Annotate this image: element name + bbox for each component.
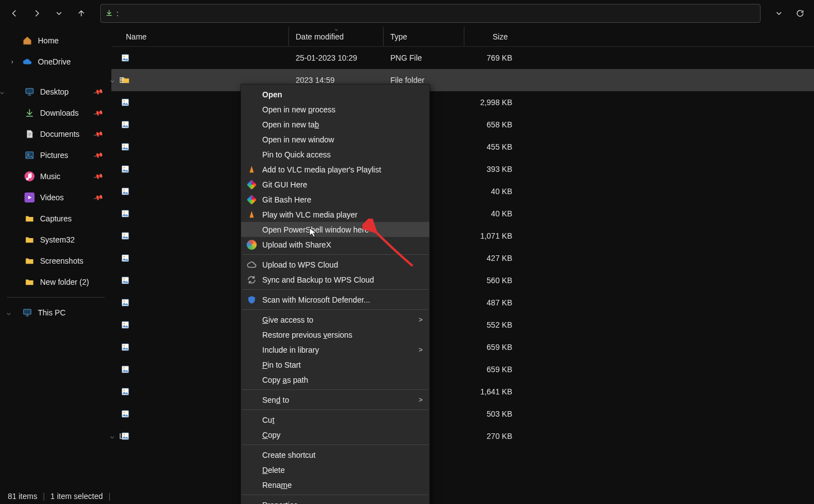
menu-item[interactable]: Give access to> <box>241 312 429 327</box>
svg-point-23 <box>124 278 125 280</box>
sidebar-thispc[interactable]: ⌵ This PC <box>0 302 111 323</box>
svg-point-15 <box>124 189 125 191</box>
image-icon <box>119 387 131 396</box>
menu-item[interactable]: Delete <box>241 462 429 477</box>
menu-item-label: Send to <box>262 396 289 404</box>
menu-item[interactable]: Create shortcut <box>241 447 429 462</box>
table-row[interactable]: ⌵2023 16:12PNG File270 KBL <box>111 425 814 447</box>
svg-point-35 <box>124 412 125 413</box>
vlc-icon <box>247 165 257 175</box>
svg-point-37 <box>124 434 125 436</box>
cell-type: PNG File <box>384 53 464 62</box>
table-row[interactable]: ⌵2023 14:59File folderE <box>111 69 814 91</box>
menu-separator <box>242 254 428 255</box>
sidebar-item[interactable]: Screenshots <box>0 250 111 271</box>
menu-item[interactable]: Restore previous versions <box>241 327 429 342</box>
cell-size: 658 KB <box>464 120 514 129</box>
group-chevron-icon[interactable]: ⌵ <box>110 432 114 440</box>
address-bar[interactable]: : <box>100 4 761 23</box>
image-icon <box>119 343 131 352</box>
table-row[interactable]: 2023 18:52JPG File2,998 KB <box>111 91 814 113</box>
column-size[interactable]: Size <box>464 27 514 46</box>
menu-item[interactable]: Cut <box>241 412 429 427</box>
sidebar-item-label: Videos <box>40 193 64 202</box>
downloads-icon <box>105 9 113 18</box>
table-row[interactable]: 2023 03:13PNG File427 KB <box>111 247 814 269</box>
table-row[interactable]: 2023 06:46PNG File455 KB <box>111 136 814 158</box>
svg-point-9 <box>124 122 125 124</box>
submenu-arrow-icon: > <box>419 346 423 354</box>
menu-item[interactable]: Copy <box>241 427 429 442</box>
table-row[interactable]: 2023 01:41PNG File1,641 KB <box>111 381 814 403</box>
sidebar-item[interactable]: ⌵Desktop📌 <box>0 81 111 102</box>
menu-item[interactable]: Rename <box>241 477 429 492</box>
menu-item[interactable]: Properties <box>241 497 429 504</box>
menu-item[interactable]: Pin to Start <box>241 357 429 372</box>
table-row[interactable]: 2023 07:07PNG File658 KB <box>111 113 814 136</box>
table-row[interactable]: 25-01-2023 10:29PNG File769 KB <box>111 47 814 69</box>
menu-item[interactable]: Upload with ShareX <box>241 237 429 252</box>
column-name[interactable]: Name <box>119 27 289 46</box>
menu-item[interactable]: Open PowerShell window here <box>241 222 429 237</box>
address-dropdown[interactable] <box>769 4 788 23</box>
menu-item[interactable]: Open in new window <box>241 132 429 147</box>
menu-item-label: Include in library <box>262 345 319 354</box>
sidebar-item[interactable]: Captures <box>0 208 111 229</box>
sync-icon <box>247 275 257 285</box>
menu-item-label: Restore previous versions <box>262 330 352 339</box>
menu-item[interactable]: Pin to Quick access <box>241 147 429 162</box>
sidebar-item-label: Pictures <box>40 151 68 160</box>
group-chevron-icon[interactable]: ⌵ <box>110 76 114 84</box>
sidebar-item[interactable]: Videos📌 <box>0 187 111 208</box>
image-icon <box>119 409 131 418</box>
menu-item-label: Rename <box>262 481 292 490</box>
table-row[interactable]: 2023 02:17PNG File487 KB <box>111 291 814 314</box>
column-date[interactable]: ⌵ Date modified <box>289 27 384 46</box>
menu-item[interactable]: Sync and Backup to WPS Cloud <box>241 272 429 287</box>
recent-dropdown[interactable] <box>49 3 69 23</box>
table-row[interactable]: 2023 02:01PNG File552 KB <box>111 314 814 336</box>
menu-item[interactable]: Git GUI Here <box>241 177 429 192</box>
sidebar-item[interactable]: Music📌 <box>0 166 111 187</box>
table-row[interactable]: 2023 06:26PNG File40 KB <box>111 180 814 202</box>
sidebar: Home › OneDrive ⌵Desktop📌Downloads📌Docum… <box>0 27 111 488</box>
image-icon <box>119 142 131 151</box>
image-icon <box>119 120 131 129</box>
menu-item[interactable]: Play with VLC media player <box>241 207 429 222</box>
menu-item[interactable]: Add to VLC media player's Playlist <box>241 162 429 177</box>
back-button[interactable] <box>4 3 24 23</box>
table-row[interactable]: 2023 03:40PNG File1,071 KB <box>111 225 814 247</box>
sidebar-item[interactable]: Pictures📌 <box>0 145 111 166</box>
column-type[interactable]: Type <box>384 27 464 46</box>
table-row[interactable]: 2023 01:42PNG File659 KB <box>111 358 814 381</box>
menu-item[interactable]: Include in library> <box>241 342 429 357</box>
menu-item[interactable]: Open in new tab <box>241 117 429 132</box>
table-row[interactable]: 2023 06:26PNG File40 KB <box>111 202 814 225</box>
table-row[interactable]: 2023 06:26PNG File393 KB <box>111 158 814 180</box>
sidebar-item-label: Screenshots <box>40 256 84 265</box>
sidebar-item[interactable]: Documents📌 <box>0 123 111 145</box>
menu-item[interactable]: Git Bash Here <box>241 192 429 207</box>
sidebar-home[interactable]: Home <box>0 30 111 51</box>
table-row[interactable]: 2023 02:47PNG File560 KB <box>111 269 814 291</box>
table-row[interactable]: 2023 01:22PNG File503 KB <box>111 403 814 425</box>
menu-item[interactable]: Copy as path <box>241 372 429 387</box>
cell-date: 25-01-2023 10:29 <box>289 53 384 62</box>
refresh-button[interactable] <box>791 4 810 23</box>
sidebar-item[interactable]: Downloads📌 <box>0 102 111 123</box>
chevron-down-icon: ⌵ <box>0 88 4 96</box>
sidebar-onedrive[interactable]: › OneDrive <box>0 51 111 72</box>
menu-item[interactable]: Send to> <box>241 392 429 407</box>
menu-item[interactable]: Scan with Microsoft Defender... <box>241 292 429 307</box>
menu-item[interactable]: Open <box>241 87 429 102</box>
up-button[interactable] <box>71 3 91 23</box>
music-icon <box>24 171 35 181</box>
sidebar-item[interactable]: System32 <box>0 229 111 250</box>
cell-size: 1,641 KB <box>464 387 514 396</box>
menu-item[interactable]: Open in new process <box>241 102 429 117</box>
git-icon <box>247 180 257 190</box>
menu-item[interactable]: Upload to WPS Cloud <box>241 257 429 272</box>
sidebar-item[interactable]: New folder (2) <box>0 271 111 293</box>
table-row[interactable]: 2023 01:42PNG File659 KB <box>111 336 814 358</box>
forward-button[interactable] <box>27 3 47 23</box>
